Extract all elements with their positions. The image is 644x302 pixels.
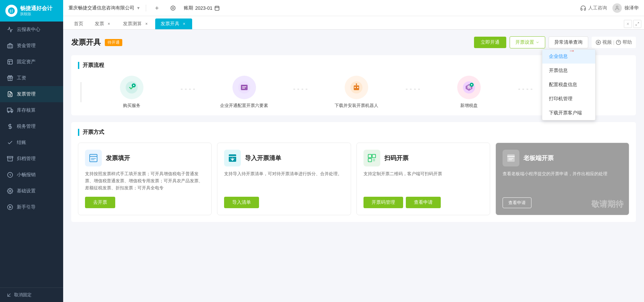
dropdown-item-printer[interactable]: 打印机管理 <box>542 92 595 106</box>
tax-icon <box>7 123 13 130</box>
svg-rect-11 <box>7 156 13 158</box>
archive-icon <box>7 155 13 162</box>
service-button[interactable]: 人工咨询 <box>580 5 607 11</box>
dropdown-item-download-client[interactable]: 下载开票客户端 <box>542 106 595 120</box>
user-info[interactable]: 徐泽华 <box>612 3 639 13</box>
exception-btn-label: 异常清单查询 <box>554 39 583 45</box>
settings-button[interactable] <box>168 3 178 13</box>
sidebar-item-settlement[interactable]: 结账 <box>0 135 63 151</box>
sidebar-item-label: 固定资产 <box>17 59 36 65</box>
boss-overlay-text: 敬请期待 <box>591 199 624 210</box>
sidebar-item-assets[interactable]: 固定资产 <box>0 54 63 70</box>
sidebar-item-fund[interactable]: 资金管理 <box>0 38 63 54</box>
import-list-button[interactable]: 导入清单 <box>224 197 259 208</box>
tab-home[interactable]: 首页 <box>69 18 89 29</box>
sidebar-scroll: 云报表中心 资金管理 固定资产 工资 <box>0 22 63 288</box>
svg-marker-31 <box>598 41 599 43</box>
dropdown-arrow-indicator: → <box>568 47 575 54</box>
app-logo-icon: 好 <box>5 5 17 17</box>
tab-invoice[interactable]: 发票 × <box>89 18 117 29</box>
manual-fill-button[interactable]: 去开票 <box>85 197 115 208</box>
billing-section: 开票方式 发票填开 支持按照发票样式手工填开发票；可开具增值税电子普通发票、增值… <box>71 122 636 222</box>
invoice-icon <box>7 91 13 98</box>
sidebar-item-label: 税务管理 <box>17 123 36 129</box>
svg-point-20 <box>172 7 174 9</box>
dropdown-item-invoice-info[interactable]: 开票信息 <box>542 64 595 78</box>
tab-invoice-issue-close[interactable]: × <box>181 21 187 27</box>
help-divider: | <box>613 40 614 45</box>
sidebar-item-settings[interactable]: 基础设置 <box>0 183 63 199</box>
svg-point-15 <box>8 205 13 210</box>
sidebar-item-cloud-report[interactable]: 云报表中心 <box>0 22 63 38</box>
activate-button[interactable]: 立即开通 <box>474 37 506 48</box>
period-text: 账期 <box>184 5 193 11</box>
tab-invoice-calc-label: 发票测算 <box>123 21 142 27</box>
scan-code-icon <box>363 150 380 166</box>
settlement-icon <box>7 139 13 146</box>
dropdown-item-tax-config[interactable]: 配置税盘信息 <box>542 78 595 92</box>
scan-code-manage-button[interactable]: 开票码管理 <box>363 197 403 208</box>
video-label[interactable]: 视频 <box>602 39 612 45</box>
period-selector[interactable]: 账期 2023-01 <box>184 5 220 11</box>
scan-code-title: 扫码开票 <box>384 154 409 162</box>
sidebar-item-guide[interactable]: 新手引导 <box>0 199 63 215</box>
svg-point-25 <box>616 6 618 8</box>
payroll-icon <box>7 75 13 81</box>
svg-point-9 <box>11 111 12 113</box>
user-name: 徐泽华 <box>625 5 639 11</box>
billing-card-scan-header: 扫码开票 <box>363 150 483 166</box>
sidebar-item-inventory[interactable]: 库存核算 <box>0 102 63 118</box>
sidebar-item-invoice[interactable]: 发票管理 <box>0 86 63 102</box>
flow-arrow-2: - - - - <box>293 85 307 100</box>
tab-close-button[interactable] <box>624 20 632 28</box>
svg-rect-39 <box>241 85 248 90</box>
download-robot-label: 下载并安装开票机器人 <box>335 103 378 109</box>
config-enterprise-icon <box>232 76 256 99</box>
sidebar-item-label: 工资 <box>17 75 26 81</box>
cloud-report-icon <box>7 26 13 33</box>
tab-invoice-close[interactable]: × <box>106 21 112 27</box>
settings-dropdown-button[interactable]: 开票设置 <box>510 36 545 48</box>
settings-icon <box>7 188 13 194</box>
sidebar: 好 畅捷通好会计 旗舰版 云报表中心 资金管理 <box>0 0 63 302</box>
company-selector[interactable]: 重庆畅捷交通信息咨询有限公司 ▼ <box>69 5 140 11</box>
svg-line-29 <box>636 24 637 26</box>
tab-invoice-calc[interactable]: 发票测算 × <box>118 18 155 29</box>
tab-bar-actions <box>624 20 644 29</box>
download-robot-icon <box>345 76 368 99</box>
help-label[interactable]: 帮助 <box>622 39 632 45</box>
svg-point-8 <box>8 111 9 113</box>
tab-invoice-issue[interactable]: 发票开具 × <box>155 18 192 29</box>
svg-rect-66 <box>372 154 376 158</box>
sidebar-item-tax[interactable]: 税务管理 <box>0 118 63 135</box>
boss-view-button[interactable]: 查看申请 <box>503 197 531 208</box>
sidebar-item-report[interactable]: 小畅报销 <box>0 167 63 183</box>
svg-point-30 <box>596 40 601 44</box>
svg-point-14 <box>9 190 11 192</box>
tab-expand-button[interactable] <box>633 20 641 28</box>
flow-step-buy: 购买服务 <box>84 76 179 109</box>
flow-arrow-1: - - - - <box>181 85 195 100</box>
add-company-button[interactable] <box>152 3 162 13</box>
user-avatar <box>612 3 622 13</box>
boss-icon <box>503 150 519 166</box>
scan-code-btn-area: 开票码管理 查看申请 <box>363 197 441 208</box>
import-list-desc: 支持导入待开票清单，可对待开票清单进行拆分、合并处理。 <box>224 171 344 191</box>
sidebar-item-label: 资金管理 <box>17 43 36 49</box>
sidebar-unpin-label: 取消固定 <box>14 292 32 298</box>
svg-rect-70 <box>373 160 374 161</box>
sidebar-unpin[interactable]: 取消固定 <box>0 288 63 302</box>
sidebar-item-payroll[interactable]: 工资 <box>0 70 63 86</box>
settings-dropdown-menu: → 企业信息 开票信息 配置税盘信息 打印机管理 下载开票客户端 <box>542 49 596 120</box>
svg-rect-21 <box>215 6 219 10</box>
page-content: 发票开具 待开通 立即开通 开票设置 异常清单查询 视频 | <box>63 30 644 302</box>
fund-icon <box>7 42 13 49</box>
tab-invoice-calc-close[interactable]: × <box>144 21 149 27</box>
scan-code-view-button[interactable]: 查看申请 <box>406 197 441 208</box>
app-title: 畅捷通好会计 <box>20 5 52 11</box>
sidebar-item-archive[interactable]: 归档管理 <box>0 151 63 167</box>
flow-arrow-3: - - - - <box>405 85 420 100</box>
page-title: 发票开具 <box>71 37 101 47</box>
page-actions: 立即开通 开票设置 异常清单查询 视频 | 帮助 <box>474 36 636 48</box>
svg-rect-3 <box>8 60 12 64</box>
